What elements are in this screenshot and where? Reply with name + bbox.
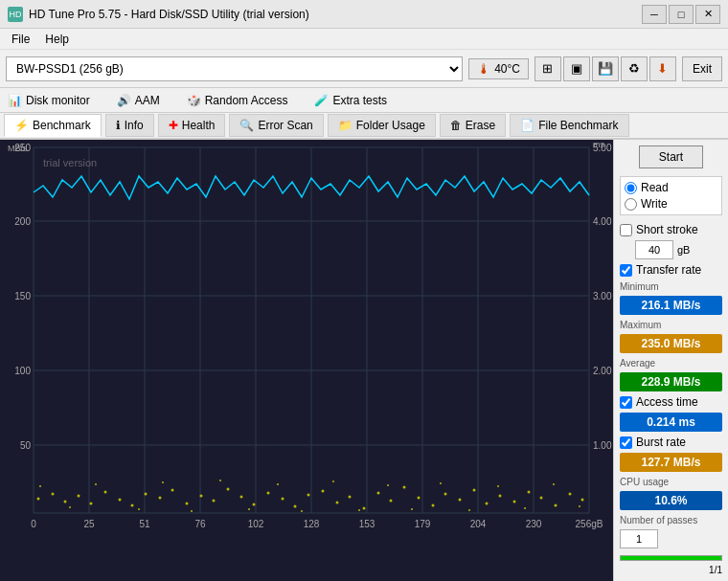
- tab-erase[interactable]: 🗑 Erase: [440, 114, 506, 137]
- svg-point-22: [90, 503, 93, 505]
- folder-usage-icon: 📁: [338, 119, 353, 132]
- svg-point-54: [528, 491, 531, 494]
- svg-point-50: [473, 489, 476, 492]
- access-time-value: 0.214 ms: [620, 413, 722, 432]
- write-radio-label[interactable]: Write: [625, 197, 717, 211]
- transfer-rate-label: Transfer rate: [636, 263, 701, 277]
- tab-info[interactable]: ℹ Info: [105, 114, 154, 137]
- svg-point-27: [159, 497, 162, 500]
- nav-row1: 📊 Disk monitor 🔊 AAM 🎲 Random Access 🧪 E…: [0, 88, 728, 113]
- svg-point-75: [497, 485, 499, 487]
- svg-text:25: 25: [83, 519, 95, 529]
- svg-point-20: [64, 501, 67, 503]
- svg-point-70: [358, 509, 360, 511]
- download-icon-btn[interactable]: ⬇: [649, 56, 676, 81]
- file-benchmark-icon: 📄: [520, 119, 535, 132]
- svg-text:179: 179: [415, 519, 431, 529]
- svg-point-23: [104, 491, 107, 494]
- svg-point-76: [524, 507, 526, 509]
- spinbox-unit: gB: [677, 244, 690, 256]
- tab-file-benchmark[interactable]: 📄 File Benchmark: [510, 114, 628, 137]
- temperature-icon: 🌡: [477, 61, 490, 77]
- nav-extra-tests[interactable]: 🧪 Extra tests: [310, 92, 391, 109]
- access-time-checkbox[interactable]: [620, 396, 632, 409]
- burst-rate-row: Burst rate: [620, 436, 722, 449]
- tab-benchmark-label: Benchmark: [33, 119, 91, 132]
- short-stroke-checkbox[interactable]: [620, 224, 632, 236]
- transfer-rate-checkbox[interactable]: [620, 264, 632, 277]
- burst-rate-checkbox[interactable]: [620, 436, 632, 449]
- svg-point-26: [145, 493, 148, 496]
- svg-text:4.00: 4.00: [593, 216, 612, 227]
- tab-benchmark[interactable]: ⚡ Benchmark: [4, 114, 102, 137]
- info-icon-btn[interactable]: ▣: [563, 56, 590, 81]
- tab-folder-usage[interactable]: 📁 Folder Usage: [328, 114, 436, 137]
- read-radio-label[interactable]: Read: [625, 181, 717, 194]
- svg-point-68: [301, 510, 303, 512]
- tab-error-scan-label: Error Scan: [258, 119, 312, 132]
- svg-point-38: [307, 494, 310, 497]
- short-stroke-row: Short stroke: [620, 223, 722, 236]
- svg-point-47: [432, 504, 435, 507]
- svg-point-53: [513, 501, 516, 503]
- maximum-label: Maximum: [620, 320, 722, 330]
- svg-point-25: [131, 504, 134, 507]
- svg-point-78: [579, 505, 580, 507]
- write-radio[interactable]: [625, 198, 637, 211]
- svg-text:3.00: 3.00: [593, 291, 612, 302]
- tab-health[interactable]: ✚ Health: [158, 114, 226, 137]
- toolbar-top: BW-PSSD1 (256 gB) 🌡 40°C ⊞ ▣ 💾 ♻ ⬇ Exit: [0, 50, 728, 88]
- menu-help[interactable]: Help: [37, 31, 77, 48]
- svg-text:128: 128: [304, 519, 320, 529]
- nav-aam[interactable]: 🔊 AAM: [113, 92, 164, 109]
- nav-extra-tests-label: Extra tests: [332, 94, 387, 107]
- svg-point-36: [282, 498, 284, 501]
- svg-text:102: 102: [248, 519, 264, 529]
- spinbox-input[interactable]: [635, 240, 673, 259]
- main-content: 250 200 150 100 50 MB/s 5.00 4.00 3.00 2…: [0, 140, 728, 581]
- svg-point-77: [553, 483, 555, 485]
- svg-text:150: 150: [14, 291, 31, 302]
- drive-select[interactable]: BW-PSSD1 (256 gB): [6, 56, 463, 81]
- average-value: 228.9 MB/s: [620, 372, 722, 391]
- menu-file[interactable]: File: [4, 31, 37, 48]
- nav-random-access[interactable]: 🎲 Random Access: [183, 92, 292, 109]
- side-panel: Start Read Write Short stroke gB Transfe…: [613, 140, 728, 581]
- nav-disk-monitor[interactable]: 📊 Disk monitor: [4, 92, 94, 109]
- svg-point-18: [37, 498, 40, 501]
- chart-area: 250 200 150 100 50 MB/s 5.00 4.00 3.00 2…: [0, 140, 613, 581]
- read-radio[interactable]: [625, 182, 637, 194]
- svg-point-63: [162, 481, 164, 483]
- maximize-button[interactable]: □: [669, 5, 694, 24]
- tab-health-label: Health: [182, 119, 216, 132]
- copy-icon-btn[interactable]: ⊞: [535, 56, 561, 81]
- passes-input[interactable]: [620, 529, 658, 548]
- short-stroke-label: Short stroke: [636, 223, 698, 236]
- svg-point-37: [294, 505, 297, 508]
- close-button[interactable]: ✕: [695, 5, 720, 24]
- svg-text:0: 0: [31, 519, 36, 529]
- disk-monitor-icon: 📊: [8, 94, 22, 107]
- tab-error-scan[interactable]: 🔍 Error Scan: [229, 114, 323, 137]
- erase-icon: 🗑: [450, 119, 462, 132]
- minimize-button[interactable]: ─: [642, 5, 667, 24]
- read-write-group: Read Write: [620, 176, 722, 215]
- svg-point-55: [540, 497, 543, 500]
- average-label: Average: [620, 358, 722, 369]
- exit-button[interactable]: Exit: [682, 56, 722, 81]
- disk-icon-btn[interactable]: 💾: [592, 56, 619, 81]
- maximum-value: 235.0 MB/s: [620, 334, 722, 353]
- svg-text:100: 100: [14, 366, 31, 376]
- error-scan-icon: 🔍: [239, 119, 254, 132]
- start-button[interactable]: Start: [639, 145, 703, 168]
- nav-row2: ⚡ Benchmark ℹ Info ✚ Health 🔍 Error Scan…: [0, 113, 728, 140]
- write-label: Write: [641, 197, 668, 211]
- svg-point-62: [138, 508, 140, 510]
- title-bar-buttons: ─ □ ✕: [642, 5, 720, 24]
- svg-point-67: [277, 483, 279, 485]
- refresh-icon-btn[interactable]: ♻: [621, 56, 648, 81]
- read-label: Read: [641, 181, 669, 194]
- progress-bar-fill: [621, 556, 721, 560]
- svg-text:76: 76: [194, 519, 206, 529]
- svg-point-43: [377, 492, 380, 495]
